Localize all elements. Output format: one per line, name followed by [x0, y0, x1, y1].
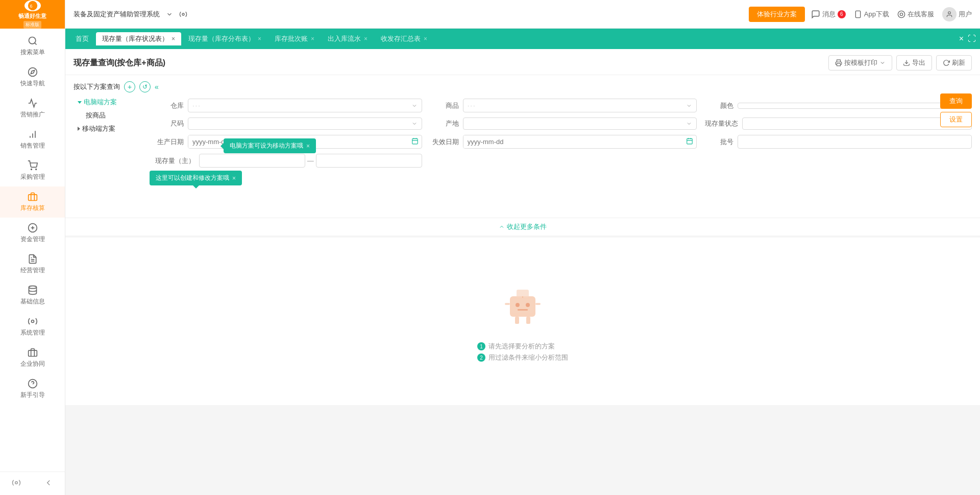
- tab-close-batch[interactable]: ×: [311, 35, 314, 42]
- user-label: 用户: [959, 10, 972, 19]
- settings-gear-icon[interactable]: [179, 10, 187, 18]
- sidebar-item-newbie[interactable]: 新手引导: [0, 373, 65, 405]
- sidebar-item-sales[interactable]: 销售管理: [0, 124, 65, 155]
- sidebar-nav: 搜索菜单 快速导航 营销推广 销售管理 采购管理 库存核算 资金: [0, 29, 65, 472]
- tab-close-inventory-dist[interactable]: ×: [258, 35, 261, 42]
- collapse-bar[interactable]: 收起更多条件: [65, 218, 980, 235]
- expiry-date-input[interactable]: [463, 135, 683, 148]
- sidebar-item-inventory[interactable]: 库存核算: [0, 186, 65, 218]
- svg-point-17: [29, 286, 36, 289]
- goods-dots: ···: [468, 102, 476, 109]
- tooltip-close-1[interactable]: ×: [306, 143, 310, 150]
- filter-refresh-btn[interactable]: ↺: [139, 81, 151, 92]
- sidebar-item-basic[interactable]: 基础信息: [0, 280, 65, 311]
- sidebar-item-quicknav[interactable]: 快速导航: [0, 62, 65, 93]
- tab-batch[interactable]: 库存批次账 ×: [268, 32, 321, 45]
- sidebar-item-search[interactable]: 搜索菜单: [0, 31, 65, 62]
- svg-rect-46: [505, 303, 510, 305]
- filter-goods: 商品 ···: [430, 99, 697, 112]
- svg-rect-19: [28, 350, 37, 357]
- goods-select[interactable]: ···: [463, 99, 697, 112]
- svg-point-10: [35, 169, 36, 170]
- warehouse-label: 仓库: [155, 101, 184, 110]
- refresh-icon: [943, 59, 950, 66]
- system-name: 装备及固定资产辅助管理系统: [74, 10, 160, 19]
- settings-icon[interactable]: [12, 478, 21, 489]
- filter-grid: 仓库 ··· 商品 ··· 颜色: [155, 99, 972, 168]
- sidebar-item-purchase[interactable]: 采购管理: [0, 155, 65, 186]
- expiry-date-wrap[interactable]: [463, 135, 697, 149]
- set-btn[interactable]: 设置: [940, 112, 972, 127]
- color-select[interactable]: [738, 103, 972, 109]
- online-support-action[interactable]: 在线客服: [897, 10, 934, 19]
- warehouse-dots: ···: [192, 102, 201, 109]
- inv-status-select[interactable]: [742, 117, 972, 130]
- svg-rect-40: [512, 299, 533, 313]
- tooltip-bubble-2: 这里可以创建和修改方案哦 ×: [150, 171, 242, 185]
- filter-color: 颜色: [705, 99, 972, 112]
- filter-stock-main: 现存量（主） —: [155, 154, 422, 168]
- tab-fullscreen-icon[interactable]: ⛶: [968, 34, 976, 43]
- sidebar-item-finance[interactable]: 资金管理: [0, 218, 65, 249]
- size-select[interactable]: [188, 117, 422, 130]
- stock-max-input[interactable]: [316, 154, 422, 168]
- page-title: 现存量查询(按仓库+商品): [74, 58, 165, 68]
- stock-min-input[interactable]: [199, 154, 305, 168]
- warehouse-select[interactable]: ···: [188, 99, 422, 112]
- range-dash: —: [307, 157, 314, 164]
- message-action[interactable]: 消息 6: [811, 10, 846, 19]
- sidebar-item-marketing[interactable]: 营销推广: [0, 93, 65, 124]
- svg-rect-29: [837, 63, 841, 66]
- export-btn[interactable]: 导出: [896, 55, 932, 70]
- template-print-label: 按模板打印: [844, 58, 877, 67]
- main-content: 装备及固定资产辅助管理系统 体验行业方案 消息 6 App下载 在线客服: [65, 0, 980, 495]
- tooltip-close-2[interactable]: ×: [232, 175, 236, 182]
- industry-btn[interactable]: 体验行业方案: [749, 7, 805, 22]
- filter-back-btn[interactable]: «: [155, 83, 159, 91]
- export-label: 导出: [912, 58, 925, 67]
- svg-line-3: [34, 43, 36, 45]
- sidebar-item-operation[interactable]: 经营管理: [0, 249, 65, 280]
- tab-home[interactable]: 首页: [69, 32, 95, 45]
- collapse-label: 收起更多条件: [507, 222, 547, 231]
- search-btn[interactable]: 查询: [940, 93, 972, 109]
- sidebar-item-label: 企业协同: [20, 360, 45, 368]
- filter-inv-status: 现存量状态: [705, 117, 972, 130]
- svg-rect-43: [518, 309, 528, 311]
- sidebar-item-enterprise[interactable]: 企业协同: [0, 342, 65, 373]
- app-download-action[interactable]: App下载: [854, 10, 889, 19]
- filter-expiry-date: 失效日期: [430, 135, 697, 149]
- goods-label: 商品: [430, 101, 459, 110]
- tab-close-inventory-status[interactable]: ×: [172, 35, 175, 42]
- color-label: 颜色: [705, 101, 733, 110]
- sidebar-item-label: 销售管理: [20, 142, 45, 150]
- scheme-mobile[interactable]: 移动端方案: [74, 122, 148, 135]
- tab-inventory-status[interactable]: 现存量（库存状况表） ×: [96, 32, 181, 45]
- tab-close-collect[interactable]: ×: [424, 35, 427, 42]
- calendar-icon-1[interactable]: [408, 137, 422, 146]
- template-print-btn[interactable]: 按模板打印: [828, 55, 892, 70]
- tab-inventory-dist[interactable]: 现存量（库存分布表） ×: [182, 32, 267, 45]
- page-actions: 按模板打印 导出 刷新: [828, 55, 972, 70]
- scheme-desktop[interactable]: 电脑端方案: [74, 96, 148, 109]
- user-action[interactable]: 用户: [942, 7, 972, 21]
- batch-input[interactable]: [738, 135, 972, 149]
- tab-close-inout-flow[interactable]: ×: [364, 35, 368, 42]
- calendar-icon-2[interactable]: [683, 137, 696, 146]
- tab-collect[interactable]: 收发存汇总表 ×: [375, 32, 433, 45]
- dropdown-icon[interactable]: [166, 11, 173, 18]
- collapse-icon[interactable]: [44, 478, 53, 489]
- origin-select[interactable]: [463, 117, 697, 130]
- page-header: 现存量查询(按仓库+商品) 按模板打印 导出 刷新: [65, 49, 980, 75]
- filter-origin: 产地: [430, 117, 697, 130]
- svg-point-23: [182, 13, 184, 15]
- tab-close-all-icon[interactable]: ×: [959, 34, 964, 43]
- sidebar-item-system[interactable]: 系统管理: [0, 311, 65, 342]
- scheme-desktop-child[interactable]: 按商品: [74, 109, 148, 122]
- refresh-btn[interactable]: 刷新: [936, 55, 972, 70]
- sidebar-item-label: 搜索菜单: [20, 48, 45, 57]
- tab-inout-flow[interactable]: 出入库流水 ×: [322, 32, 374, 45]
- empty-tip-1: 1 请先选择要分析的方案: [477, 342, 568, 351]
- filter-add-btn[interactable]: +: [124, 81, 135, 92]
- tooltip-text-2: 这里可以创建和修改方案哦: [156, 174, 229, 182]
